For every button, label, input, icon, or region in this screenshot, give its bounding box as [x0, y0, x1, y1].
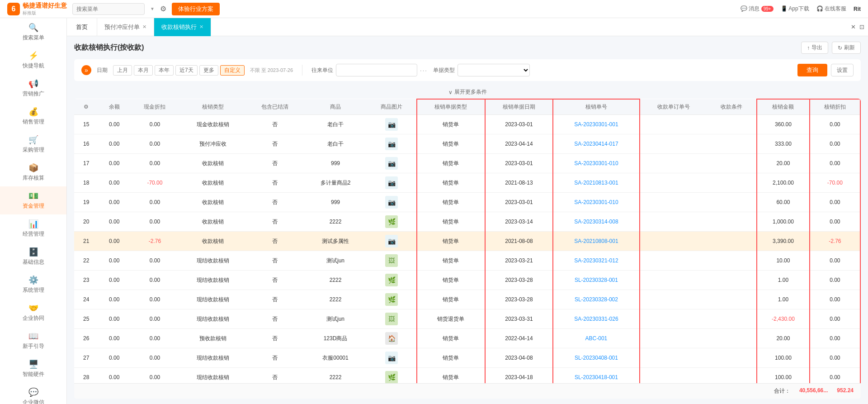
total-amount-label: 合计：: [774, 387, 790, 395]
verify-bill-no-link[interactable]: SA-20230331-026: [574, 316, 618, 322]
filter-expand-arrow[interactable]: »: [81, 65, 91, 75]
sidebar-item-inventory[interactable]: 📦库存核算: [0, 158, 66, 186]
cell-verify-bill-no[interactable]: SA-20230301-010: [553, 154, 639, 173]
sidebar-item-basic-info[interactable]: 🗄️基础信息: [0, 242, 66, 271]
cell-verify-bill-type: 销货单: [417, 134, 485, 154]
cell-verify-bill-no[interactable]: SL-20230408-001: [553, 348, 639, 368]
query-button[interactable]: 查询: [797, 64, 827, 76]
maximize-icon[interactable]: ⊡: [859, 24, 864, 30]
cell-cash-discount: 0.00: [130, 251, 179, 271]
col-header-settings[interactable]: ⚙: [74, 99, 98, 115]
date-this-month[interactable]: 本月: [134, 65, 153, 76]
cell-cash-discount: 0.00: [130, 115, 179, 134]
sidebar-item-guide[interactable]: 📖新手引导: [0, 327, 66, 355]
cell-receipt-order-no: [640, 154, 707, 173]
cell-verify-bill-no[interactable]: SA-20230331-026: [553, 309, 639, 329]
verify-bill-no-link[interactable]: SL-20230418-001: [575, 374, 618, 380]
cell-verify-type: 现金收款核销: [179, 115, 246, 134]
sidebar-item-wechat[interactable]: 💬企业微信: [0, 383, 66, 404]
cell-verify-bill-type: 销货单: [417, 368, 485, 384]
verify-bill-no-link[interactable]: SL-20230328-002: [575, 296, 618, 303]
cell-id: 28: [74, 368, 98, 384]
verify-bill-no-link[interactable]: ABC-001: [585, 335, 608, 342]
app-download-btn[interactable]: 📱 App下载: [781, 5, 809, 13]
cell-verify-type: 现结收款核销: [179, 290, 246, 309]
cell-verify-bill-no[interactable]: ABC-001: [553, 329, 639, 348]
marketing-icon: 📢: [28, 79, 38, 89]
export-button[interactable]: ↑ 导出: [801, 42, 828, 54]
message-btn[interactable]: 💬 消息 99+: [741, 5, 774, 13]
cell-verify-bill-no[interactable]: SA-20210813-001: [553, 173, 639, 193]
date-custom[interactable]: 自定义: [220, 65, 245, 76]
verify-bill-no-link[interactable]: SL-20230328-001: [575, 277, 618, 283]
verify-bill-no-link[interactable]: SA-20230321-012: [574, 257, 618, 264]
online-service-btn[interactable]: 🎧 在线客服: [816, 5, 846, 13]
enterprise-icon: 🤝: [28, 303, 38, 313]
expand-more-bar[interactable]: ∨ 展开更多条件: [74, 86, 861, 99]
cell-verify-bill-no[interactable]: SA-20230301-001: [553, 115, 639, 134]
sidebar-item-purchase[interactable]: 🛒采购管理: [0, 130, 66, 158]
sidebar-item-operations[interactable]: 📊经营管理: [0, 214, 66, 242]
cell-verify-bill-no[interactable]: SL-20230328-001: [553, 271, 639, 290]
cell-product: 2222: [304, 212, 367, 232]
verify-bill-no-link[interactable]: SA-20230414-017: [574, 141, 618, 147]
sidebar-item-hardware[interactable]: 🖥️智能硬件: [0, 355, 66, 383]
gear-icon[interactable]: ⚙: [160, 5, 166, 13]
verify-bill-no-link[interactable]: SA-20210813-001: [574, 180, 618, 186]
dropdown-arrow-icon[interactable]: ▼: [150, 6, 155, 11]
cell-verify-bill-no[interactable]: SA-20230301-010: [553, 193, 639, 212]
product-thumbnail: 📷: [385, 176, 398, 189]
tab-prepay[interactable]: 预付冲应付单 ✕: [97, 18, 154, 36]
cell-verify-bill-no[interactable]: SA-20230414-017: [553, 134, 639, 154]
search-input[interactable]: [72, 3, 145, 15]
sidebar-item-search[interactable]: 🔍搜索菜单: [0, 18, 66, 46]
verify-bill-no-link[interactable]: SL-20230408-001: [575, 355, 618, 361]
app-logo: 6 畅捷通谱好生意 标推版: [7, 2, 67, 16]
sidebar-item-quick-nav[interactable]: ⚡快捷导航: [0, 46, 66, 74]
cell-product: 衣服00001: [304, 348, 367, 368]
cell-verify-amount: 20.00: [757, 329, 810, 348]
date-last-month[interactable]: 上月: [113, 65, 132, 76]
close-window-icon[interactable]: ✕: [851, 24, 856, 30]
verify-bill-no-link[interactable]: SA-20230301-010: [574, 199, 618, 205]
sidebar-item-enterprise[interactable]: 🤝企业协同: [0, 299, 66, 327]
cell-receipt-order-no: [640, 232, 707, 251]
from-unit-input[interactable]: [336, 64, 417, 76]
cell-receipt-condition: [707, 309, 757, 329]
industry-btn[interactable]: 体验行业方案: [172, 3, 220, 15]
cell-verify-bill-no[interactable]: SA-20230321-012: [553, 251, 639, 271]
cell-verify-bill-no[interactable]: SL-20230328-002: [553, 290, 639, 309]
table-row: 22 0.00 0.00 现结收款核销 否 测试jun 🖼 销货单 2023-0…: [74, 251, 860, 271]
cell-verify-bill-no[interactable]: SA-20230314-008: [553, 212, 639, 232]
tab-home[interactable]: 首页: [67, 18, 97, 36]
table-scroll[interactable]: ⚙ 余额 现金折扣 核销类型 包含已结清 商品 商品图片 核销单据类型 核销单据…: [74, 99, 861, 383]
date-7days[interactable]: 近7天: [175, 65, 198, 76]
verify-bill-no-link[interactable]: SA-20230314-008: [574, 219, 618, 225]
sidebar-item-system[interactable]: ⚙️系统管理: [0, 271, 66, 299]
cell-id: 16: [74, 134, 98, 154]
verify-bill-no-link[interactable]: SA-20230301-001: [574, 121, 618, 128]
product-thumbnail: 🌿: [385, 215, 398, 228]
close-tab-verify[interactable]: ✕: [199, 24, 203, 30]
table-row: 19 0.00 0.00 收款核销 否 999 📷 销货单 2023-03-01…: [74, 193, 860, 212]
refresh-button[interactable]: ↻ 刷新: [832, 42, 861, 54]
sidebar-item-finance[interactable]: 💵资金管理: [0, 186, 66, 214]
verify-bill-no-link[interactable]: SA-20210808-001: [574, 238, 618, 244]
receipt-type-select[interactable]: [458, 64, 530, 76]
product-thumbnail: 📷: [385, 138, 398, 150]
close-tab-prepay[interactable]: ✕: [142, 24, 146, 30]
cell-verify-bill-no[interactable]: SA-20210808-001: [553, 232, 639, 251]
tab-verify[interactable]: 收款核销执行 ✕: [154, 18, 211, 36]
date-more[interactable]: 更多: [199, 65, 218, 76]
cell-cash-discount: 0.00: [130, 193, 179, 212]
date-this-year[interactable]: 本年: [155, 65, 174, 76]
cell-verify-bill-no[interactable]: SL-20230418-001: [553, 368, 639, 384]
settings-button[interactable]: 设置: [831, 64, 854, 76]
user-avatar[interactable]: Rit: [854, 6, 861, 12]
cell-id: 22: [74, 251, 98, 271]
verify-bill-no-link[interactable]: SA-20230301-010: [574, 160, 618, 166]
cell-include-settled: 否: [246, 134, 304, 154]
filter-divider: [302, 65, 302, 76]
sidebar-item-marketing[interactable]: 📢营销推广: [0, 74, 66, 102]
sidebar-item-sales[interactable]: 💰销售管理: [0, 102, 66, 130]
